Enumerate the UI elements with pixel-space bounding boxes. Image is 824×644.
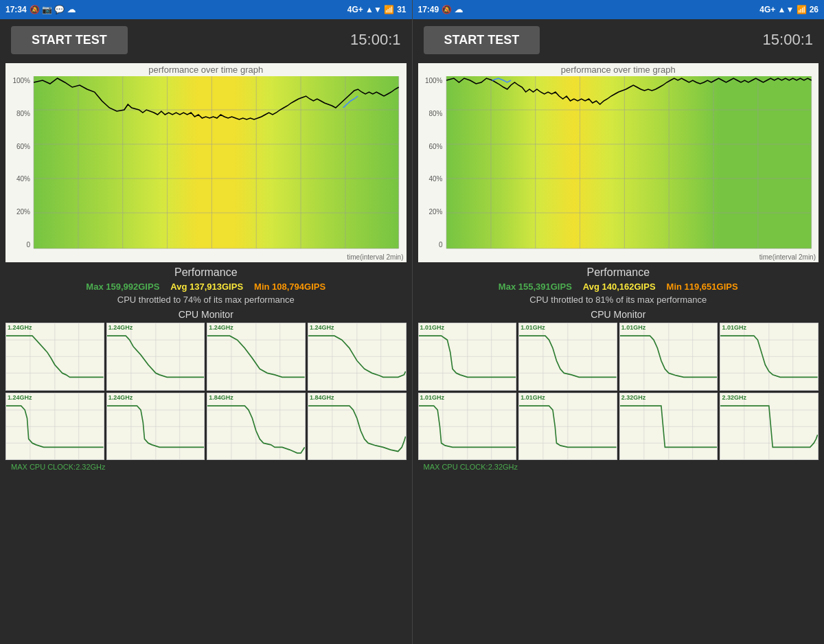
cpu-freq-left-3: 1.24GHz [310, 324, 334, 331]
panel-left: 17:34 🔕 📷 💬 ☁ 4G+ ▲▼ 📶 31 START TEST 15:… [0, 0, 413, 644]
start-test-button-right[interactable]: START TEST [424, 26, 540, 54]
y-label-20-right: 20% [418, 208, 444, 216]
cpu-freq-right-6: 2.32GHz [621, 394, 646, 401]
cpu-freq-right-0: 1.01GHz [420, 324, 445, 331]
perf-avg-left: Avg 137,913GIPS [170, 281, 243, 292]
cpu-chart-right-1 [519, 323, 617, 390]
cpu-chart-left-7 [308, 393, 406, 460]
cpu-chart-left-3 [308, 323, 406, 390]
icons-right: 🔕 ☁ [442, 5, 462, 14]
cpu-chart-right-3 [720, 323, 818, 390]
perf-max-left: Max 159,992GIPS [86, 281, 159, 292]
perf-stats-left: Max 159,992GIPS Avg 137,913GIPS Min 108,… [5, 281, 407, 292]
cpu-cell-left-7: 1.84GHz [308, 393, 407, 461]
panel-right: 17:49 🔕 ☁ 4G+ ▲▼ 📶 26 START TEST 15:00:1… [413, 0, 825, 644]
start-test-button-left[interactable]: START TEST [11, 26, 128, 54]
performance-section-left: Performance Max 159,992GIPS Avg 137,913G… [0, 262, 412, 308]
y-label-40-left: 40% [5, 175, 32, 183]
cpu-chart-left-6 [207, 393, 305, 460]
status-right-left: 4G+ ▲▼ 📶 31 [347, 5, 407, 14]
performance-section-right: Performance Max 155,391GIPS Avg 140,162G… [413, 262, 825, 308]
cpu-monitor-title-left: CPU Monitor [5, 309, 407, 320]
status-left-right: 17:49 🔕 ☁ [418, 5, 463, 14]
cpu-cell-right-3: 1.01GHz [720, 323, 819, 391]
graph-svg-right [418, 63, 819, 262]
cpu-freq-left-7: 1.84GHz [310, 394, 334, 401]
cpu-monitor-right: CPU Monitor 1.01GHz [413, 308, 825, 644]
y-label-0-right: 0 [418, 241, 444, 249]
cpu-cell-right-1: 1.01GHz [518, 323, 617, 391]
signal-right: 4G+ ▲▼ 📶 [759, 5, 806, 14]
y-label-20-left: 20% [5, 208, 32, 216]
cpu-freq-left-2: 1.24GHz [209, 324, 233, 331]
svg-rect-72 [446, 76, 812, 249]
time-label-right: time(interval 2min) [759, 253, 816, 261]
cpu-cell-right-7: 2.32GHz [720, 393, 819, 461]
throttle-right: CPU throttled to 81% of its max performa… [418, 295, 819, 305]
cpu-freq-right-4: 1.01GHz [420, 394, 445, 401]
y-labels-right: 100% 80% 60% 40% 20% 0 [418, 76, 444, 250]
cpu-grid-right: 1.01GHz 1.01GHz [418, 323, 819, 460]
cpu-chart-right-5 [519, 393, 617, 460]
status-bar-right: 17:49 🔕 ☁ 4G+ ▲▼ 📶 26 [413, 0, 825, 19]
cpu-cell-right-5: 1.01GHz [518, 393, 617, 461]
time-right: 17:49 [418, 5, 439, 14]
y-label-60-left: 60% [5, 143, 32, 150]
y-label-80-left: 80% [5, 110, 32, 117]
cpu-cell-right-6: 2.32GHz [619, 393, 718, 461]
cpu-chart-right-0 [419, 323, 516, 390]
timer-left: 15:00:1 [350, 31, 400, 49]
timer-right: 15:00:1 [763, 31, 813, 49]
perf-min-right: Min 119,651GIPS [667, 281, 738, 292]
y-label-40-right: 40% [418, 175, 444, 183]
cpu-freq-right-5: 1.01GHz [520, 394, 545, 401]
cpu-chart-left-1 [107, 323, 205, 390]
cpu-monitor-title-right: CPU Monitor [418, 309, 819, 320]
y-label-60-right: 60% [418, 143, 444, 150]
perf-max-right: Max 155,391GIPS [499, 281, 572, 292]
battery-right: 26 [810, 5, 819, 14]
max-cpu-label-left: MAX CPU CLOCK:2.32GHz [5, 461, 407, 472]
graph-title-left: performance over time graph [5, 63, 407, 76]
cpu-freq-right-1: 1.01GHz [520, 324, 545, 331]
perf-title-left: Performance [5, 266, 407, 279]
perf-title-right: Performance [418, 266, 819, 279]
main-panels: 17:34 🔕 📷 💬 ☁ 4G+ ▲▼ 📶 31 START TEST 15:… [0, 0, 824, 644]
perf-avg-right: Avg 140,162GIPS [583, 281, 656, 292]
header-right: START TEST 15:00:1 [413, 19, 825, 60]
cpu-freq-left-4: 1.24GHz [8, 394, 32, 401]
time-label-left: time(interval 2min) [347, 253, 403, 261]
y-label-100-left: 100% [5, 77, 32, 84]
cpu-chart-right-7 [720, 393, 818, 460]
cpu-freq-right-3: 1.01GHz [722, 324, 746, 331]
y-label-100-right: 100% [418, 77, 444, 84]
cpu-cell-right-0: 1.01GHz [418, 323, 517, 391]
max-cpu-label-right: MAX CPU CLOCK:2.32GHz [418, 461, 819, 472]
time-left: 17:34 [5, 5, 27, 14]
cpu-cell-left-0: 1.24GHz [5, 323, 104, 391]
cpu-chart-left-0 [6, 323, 104, 390]
perf-stats-right: Max 155,391GIPS Avg 140,162GIPS Min 119,… [418, 281, 819, 292]
cpu-cell-right-2: 1.01GHz [619, 323, 718, 391]
cpu-chart-left-5 [107, 393, 205, 460]
signal-left: 4G+ ▲▼ 📶 [347, 5, 394, 14]
battery-left: 31 [397, 5, 406, 14]
cpu-freq-left-5: 1.24GHz [108, 394, 133, 401]
cpu-freq-left-6: 1.84GHz [209, 394, 233, 401]
y-label-0-left: 0 [5, 241, 32, 249]
cpu-monitor-left: CPU Monitor 1.24GHz [0, 308, 412, 644]
cpu-cell-left-1: 1.24GHz [106, 323, 205, 391]
cpu-cell-left-2: 1.24GHz [207, 323, 306, 391]
cpu-chart-right-4 [419, 393, 516, 460]
performance-graph-right: performance over time graph 100% 80% 60%… [418, 63, 819, 262]
svg-rect-0 [34, 76, 399, 249]
perf-min-left: Min 108,794GIPS [254, 281, 325, 292]
cpu-freq-left-0: 1.24GHz [8, 324, 32, 331]
cpu-cell-left-3: 1.24GHz [308, 323, 407, 391]
cpu-cell-left-4: 1.24GHz [5, 393, 104, 461]
cpu-freq-right-7: 2.32GHz [722, 394, 746, 401]
cpu-chart-left-2 [207, 323, 305, 390]
cpu-freq-left-1: 1.24GHz [108, 324, 133, 331]
icons-left: 🔕 📷 💬 ☁ [30, 5, 76, 14]
cpu-chart-left-4 [6, 393, 104, 460]
